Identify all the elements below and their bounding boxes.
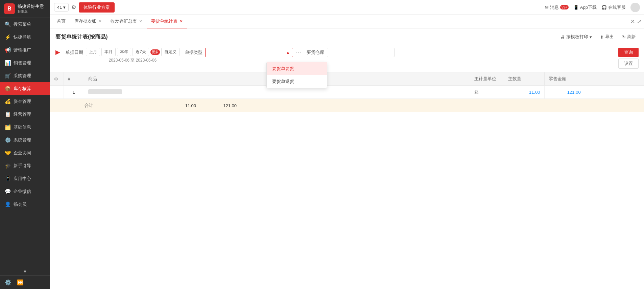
- more-badge: 更多: [150, 49, 160, 55]
- type-select-wrapper[interactable]: ▲: [205, 48, 293, 57]
- sidebar-item-guide[interactable]: 🎓 新手引导: [0, 159, 50, 172]
- messages-label: 消息: [550, 4, 559, 10]
- footer-label: 合计: [85, 103, 93, 108]
- tab-inventory-batch-close[interactable]: ✕: [98, 19, 102, 24]
- sidebar-item-finance[interactable]: 💰 资金管理: [0, 95, 50, 108]
- dropdown-item-require-goods-label: 要货单要货: [272, 66, 294, 71]
- collapse-icon[interactable]: ⏮️: [17, 279, 24, 286]
- page-content: 要货单统计表(按商品) 🖨 按模板打印 ▾ ⬆ 导出 ↻ 刷新: [50, 28, 644, 289]
- app-download-btn[interactable]: 📱 App下载: [573, 4, 597, 10]
- store-selector[interactable]: 41 ▾: [54, 3, 69, 12]
- sidebar: B 畅捷通好生意 标准版 🔍 搜索菜单 ⚡ 快捷导航 📢 营销推广 📊 销售管理…: [0, 0, 50, 289]
- cell-qty[interactable]: 11.00: [504, 86, 544, 99]
- tab-summary[interactable]: 收发存汇总表 ✕: [106, 15, 146, 28]
- refresh-icon: ↻: [622, 35, 626, 40]
- settings-filter-btn[interactable]: 设置: [618, 59, 639, 69]
- tab-summary-close[interactable]: ✕: [139, 19, 142, 24]
- page-inner: 要货单统计表(按商品) 🖨 按模板打印 ▾ ⬆ 导出 ↻ 刷新: [50, 28, 644, 289]
- date-this-year-btn[interactable]: 本年: [117, 48, 131, 56]
- date-custom-btn[interactable]: 自定义: [161, 48, 180, 56]
- main-content: 41 ▾ ⚙ 体验行业方案 ✉ 消息 99+ 📱 App下载 🎧 在线客服: [50, 0, 644, 289]
- header-actions: 🖨 按模板打印 ▾ ⬆ 导出 ↻ 刷新: [558, 32, 639, 41]
- sidebar-item-appstore[interactable]: 📱 应用中心: [0, 172, 50, 185]
- qty-link[interactable]: 11.00: [529, 90, 540, 95]
- sidebar-item-sales[interactable]: 📊 销售管理: [0, 57, 50, 69]
- gear-icon: ⚙️: [5, 137, 11, 143]
- refresh-btn[interactable]: ↻ 刷新: [619, 32, 639, 41]
- data-table: ⚙ # 商品 主计量单位 主数量 零售金额 1: [50, 72, 644, 99]
- date-last-month-btn[interactable]: 上月: [86, 48, 100, 56]
- online-service-label: 在线客服: [608, 4, 626, 10]
- print-arrow-icon: ▾: [590, 35, 592, 40]
- tab-inventory-batch[interactable]: 库存批次账 ✕: [70, 15, 106, 28]
- tab-maximize-icon[interactable]: ⤢: [637, 18, 641, 25]
- messages-btn[interactable]: ✉ 消息 99+: [545, 4, 569, 10]
- sidebar-item-system[interactable]: ⚙️ 系统管理: [0, 134, 50, 147]
- avatar[interactable]: [630, 3, 640, 12]
- search-icon: 🔍: [5, 21, 11, 27]
- print-btn[interactable]: 🖨 按模板打印 ▾: [558, 32, 595, 41]
- type-select-value: [208, 50, 210, 55]
- tab-order-stats-close[interactable]: ✕: [180, 19, 183, 24]
- chat-icon: 💬: [5, 188, 11, 195]
- export-btn[interactable]: ⬆ 导出: [597, 32, 617, 41]
- trial-button[interactable]: 体验行业方案: [79, 2, 115, 13]
- sidebar-item-nav[interactable]: ⚡ 快捷导航: [0, 31, 50, 44]
- tab-home[interactable]: 首页: [53, 15, 70, 28]
- date-this-month-btn[interactable]: 本月: [101, 48, 116, 56]
- messages-badge: 99+: [560, 5, 569, 9]
- sidebar-item-label: 销售管理: [14, 60, 31, 66]
- sidebar-item-label: 系统管理: [14, 137, 31, 143]
- filter-warehouse-group: 要货仓库: [307, 48, 395, 57]
- th-settings[interactable]: ⚙: [50, 72, 64, 86]
- topbar-left: 41 ▾ ⚙ 体验行业方案: [54, 2, 541, 13]
- tabs-bar: 首页 库存批次账 ✕ 收发存汇总表 ✕ 要货单统计表 ✕ ✕ ⤢: [50, 15, 644, 28]
- th-filler: [585, 72, 644, 86]
- sidebar-item-label: 畅会员: [14, 201, 27, 207]
- handshake-icon: 🤝: [5, 150, 11, 156]
- date-last-7days-btn[interactable]: 近7天: [133, 48, 149, 56]
- sidebar-item-collab[interactable]: 🤝 企业协同: [0, 147, 50, 159]
- sidebar-item-basic[interactable]: 🗂️ 基础信息: [0, 121, 50, 134]
- filter-expand-btn[interactable]: ▶: [55, 48, 60, 56]
- app-download-label: App下载: [580, 4, 597, 10]
- sidebar-item-search[interactable]: 🔍 搜索菜单: [0, 18, 50, 31]
- tab-order-stats[interactable]: 要货单统计表 ✕: [147, 15, 187, 28]
- tab-summary-label: 收发存汇总表: [111, 18, 137, 24]
- footer-qty: 11.00: [156, 103, 196, 108]
- sidebar-item-operations[interactable]: 📋 经营管理: [0, 108, 50, 121]
- sidebar-item-wechat[interactable]: 💬 企业微信: [0, 185, 50, 198]
- topbar-settings-icon[interactable]: ⚙: [71, 4, 76, 10]
- date-range-text: 2023-05-06 至 2023-06-06: [109, 58, 157, 63]
- type-select-more-icon[interactable]: ⋯: [296, 49, 301, 56]
- tab-collapse-icon[interactable]: ✕: [630, 18, 635, 25]
- app-icon: 📱: [573, 5, 579, 10]
- box-icon: 📦: [5, 86, 11, 92]
- refresh-label: 刷新: [627, 34, 636, 40]
- sidebar-item-member[interactable]: 👤 畅会员: [0, 198, 50, 211]
- sidebar-item-purchase[interactable]: 🛒 采购管理: [0, 69, 50, 82]
- settings-bottom-icon[interactable]: ⚙️: [5, 279, 11, 286]
- online-service-btn[interactable]: 🎧 在线客服: [601, 4, 626, 10]
- mobile-icon: 📱: [5, 176, 11, 182]
- cell-amount[interactable]: 121.00: [544, 86, 585, 99]
- table-row: 1 块 11.00 121.00: [50, 86, 644, 99]
- clipboard-icon: 📋: [5, 111, 11, 117]
- sidebar-item-marketing[interactable]: 📢 营销推广: [0, 44, 50, 57]
- query-btn[interactable]: 查询: [618, 48, 639, 57]
- sidebar-item-inventory[interactable]: 📦 库存核算: [0, 82, 50, 95]
- cell-num: 1: [64, 86, 84, 99]
- date-filter-label: 单据日期: [66, 48, 83, 57]
- sidebar-item-label: 企业协同: [14, 150, 31, 156]
- export-label: 导出: [605, 34, 614, 40]
- amount-link[interactable]: 121.00: [567, 90, 581, 95]
- dropdown-item-return-goods[interactable]: 要货单退货: [267, 75, 327, 88]
- warehouse-input[interactable]: [327, 48, 395, 57]
- export-icon: ⬆: [600, 35, 604, 40]
- th-qty: 主数量: [504, 72, 544, 86]
- dropdown-item-require-goods[interactable]: 要货单要货: [267, 62, 327, 75]
- th-unit: 主计量单位: [470, 72, 504, 86]
- service-icon: 🎧: [601, 5, 607, 10]
- sidebar-scroll-down[interactable]: ▼: [0, 268, 50, 275]
- chevron-up-icon: ▲: [286, 50, 290, 55]
